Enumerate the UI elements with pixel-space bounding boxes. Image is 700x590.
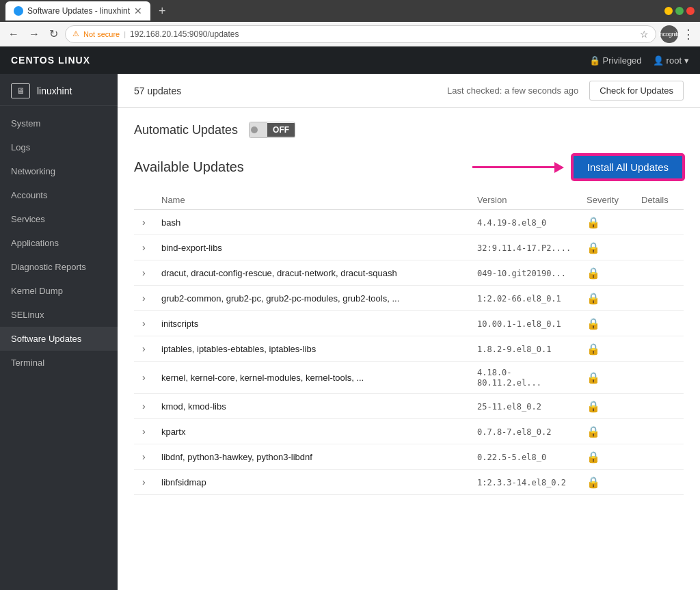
address-bar[interactable]: ⚠ Not secure | 192.168.20.145:9090/updat… bbox=[65, 25, 656, 43]
pkg-version-cell: 4.18.0-80.11.2.el... bbox=[472, 362, 581, 394]
profile-btn[interactable]: Incognito bbox=[660, 25, 678, 43]
pkg-version-cell: 4.4.19-8.el8_0 bbox=[472, 210, 581, 235]
close-btn[interactable] bbox=[686, 7, 695, 15]
pkg-version: 0.22.5-5.el8_0 bbox=[477, 453, 546, 462]
pkg-severity-cell: 🔒 bbox=[581, 286, 636, 311]
severity-icon: 🔒 bbox=[587, 401, 600, 412]
pkg-severity-cell: 🔒 bbox=[581, 235, 636, 260]
app-container: CENTOS LINUX 🔒 Privileged 👤 root ▾ 🖥 lin… bbox=[0, 46, 700, 590]
auto-updates-row: Automatic Updates OFF bbox=[134, 122, 684, 138]
address-bar-row: ← → ↻ ⚠ Not secure | 192.168.20.145:9090… bbox=[0, 22, 700, 46]
pkg-details-cell bbox=[636, 419, 684, 444]
pkg-version: 1:2.02-66.el8_0.1 bbox=[477, 294, 561, 304]
host-icon: 🖥 bbox=[11, 83, 30, 98]
available-updates-title: Available Updates bbox=[134, 159, 244, 175]
pkg-version: 4.4.19-8.el8_0 bbox=[477, 218, 546, 228]
sidebar-item-label: Kernel Dump bbox=[11, 286, 63, 296]
user-menu[interactable]: 👤 root ▾ bbox=[653, 55, 689, 66]
new-tab-icon[interactable]: + bbox=[159, 4, 166, 18]
expand-cell: › bbox=[134, 260, 156, 286]
sidebar-item-diagnostic-reports[interactable]: Diagnostic Reports bbox=[0, 255, 118, 279]
sidebar-item-services[interactable]: Services bbox=[0, 207, 118, 231]
forward-btn[interactable]: → bbox=[26, 27, 42, 42]
tab-title: Software Updates - linuxhint bbox=[27, 6, 130, 16]
expand-btn[interactable]: › bbox=[139, 241, 148, 254]
lock-icon: 🔒 bbox=[589, 55, 600, 66]
severity-icon: 🔒 bbox=[587, 318, 600, 330]
expand-btn[interactable]: › bbox=[139, 450, 148, 464]
expand-btn[interactable]: › bbox=[139, 317, 148, 330]
pkg-version-cell: 049-10.git20190... bbox=[472, 260, 581, 286]
privileged-indicator: 🔒 Privileged bbox=[589, 55, 642, 66]
sidebar-item-label: System bbox=[11, 118, 40, 129]
pkg-version-cell: 0.7.8-7.el8_0.2 bbox=[472, 419, 581, 444]
browser-menu-btn[interactable]: ⋮ bbox=[682, 27, 695, 42]
main-layout: 🖥 linuxhint System Logs Networking Accou… bbox=[0, 74, 700, 590]
pkg-name: initscripts bbox=[161, 319, 198, 329]
pkg-severity-cell: 🔒 bbox=[581, 394, 636, 419]
last-checked-text: Last checked: a few seconds ago bbox=[447, 85, 578, 96]
sidebar-item-kernel-dump[interactable]: Kernel Dump bbox=[0, 279, 118, 303]
sidebar-item-networking[interactable]: Networking bbox=[0, 159, 118, 183]
reload-btn[interactable]: ↻ bbox=[46, 26, 61, 42]
sidebar-item-software-updates[interactable]: Software Updates bbox=[0, 327, 118, 351]
expand-btn[interactable]: › bbox=[139, 291, 148, 305]
table-row: › iptables, iptables-ebtables, iptables-… bbox=[134, 336, 684, 362]
bookmark-icon[interactable]: ☆ bbox=[640, 29, 649, 40]
browser-titlebar: Software Updates - linuxhint ✕ + bbox=[0, 0, 700, 22]
expand-btn[interactable]: › bbox=[139, 475, 148, 489]
expand-btn[interactable]: › bbox=[139, 371, 148, 384]
pkg-version-cell: 0.22.5-5.el8_0 bbox=[472, 444, 581, 470]
sidebar: 🖥 linuxhint System Logs Networking Accou… bbox=[0, 74, 118, 590]
pkg-severity-cell: 🔒 bbox=[581, 260, 636, 286]
privileged-label: Privileged bbox=[603, 55, 642, 66]
sidebar-item-label: Diagnostic Reports bbox=[11, 262, 86, 272]
pkg-version: 4.18.0-80.11.2.el... bbox=[477, 368, 541, 388]
severity-icon: 🔒 bbox=[587, 217, 600, 228]
sidebar-item-logs[interactable]: Logs bbox=[0, 135, 118, 159]
expand-btn[interactable]: › bbox=[139, 342, 148, 356]
pkg-name-cell: libnfsidmap bbox=[156, 470, 472, 495]
table-row: › dracut, dracut-config-rescue, dracut-n… bbox=[134, 260, 684, 286]
address-text: 192.168.20.145:9090/updates bbox=[130, 29, 636, 39]
sidebar-item-terminal[interactable]: Terminal bbox=[0, 351, 118, 375]
pkg-version-cell: 1:2.3.3-14.el8_0.2 bbox=[472, 470, 581, 495]
sidebar-item-label: Accounts bbox=[11, 190, 47, 200]
tab-close-icon[interactable]: ✕ bbox=[134, 5, 142, 16]
pkg-severity-cell: 🔒 bbox=[581, 210, 636, 235]
pkg-details-cell bbox=[636, 362, 684, 394]
browser-tab[interactable]: Software Updates - linuxhint ✕ bbox=[5, 1, 150, 21]
pkg-version: 1:2.3.3-14.el8_0.2 bbox=[477, 478, 566, 487]
sidebar-item-applications[interactable]: Applications bbox=[0, 231, 118, 255]
pkg-severity-cell: 🔒 bbox=[581, 444, 636, 470]
check-updates-button[interactable]: Check for Updates bbox=[589, 81, 684, 100]
pkg-version: 25-11.el8_0.2 bbox=[477, 402, 541, 412]
back-btn[interactable]: ← bbox=[5, 27, 22, 42]
sidebar-item-accounts[interactable]: Accounts bbox=[0, 183, 118, 207]
pkg-name-cell: bind-export-libs bbox=[156, 235, 472, 260]
sidebar-item-label: Software Updates bbox=[11, 334, 81, 344]
pkg-name-cell: iptables, iptables-ebtables, iptables-li… bbox=[156, 336, 472, 362]
minimize-btn[interactable] bbox=[664, 7, 673, 15]
auto-updates-toggle[interactable]: OFF bbox=[249, 122, 295, 138]
severity-icon: 🔒 bbox=[587, 267, 600, 279]
expand-btn[interactable]: › bbox=[139, 399, 148, 413]
pkg-name-cell: kernel, kernel-core, kernel-modules, ker… bbox=[156, 362, 472, 394]
table-row: › bash 4.4.19-8.el8_0 🔒 bbox=[134, 210, 684, 235]
pkg-severity-cell: 🔒 bbox=[581, 470, 636, 495]
sidebar-item-system[interactable]: System bbox=[0, 111, 118, 135]
sidebar-item-selinux[interactable]: SELinux bbox=[0, 303, 118, 327]
expand-btn[interactable]: › bbox=[139, 266, 148, 280]
maximize-btn[interactable] bbox=[675, 7, 684, 15]
expand-btn[interactable]: › bbox=[139, 215, 148, 229]
topbar: CENTOS LINUX 🔒 Privileged 👤 root ▾ bbox=[0, 46, 700, 74]
severity-icon: 🔒 bbox=[587, 451, 600, 463]
sidebar-item-label: SELinux bbox=[11, 310, 44, 320]
expand-btn[interactable]: › bbox=[139, 425, 148, 438]
severity-icon: 🔒 bbox=[587, 426, 600, 438]
table-row: › libnfsidmap 1:2.3.3-14.el8_0.2 🔒 bbox=[134, 470, 684, 495]
pkg-details-cell bbox=[636, 394, 684, 419]
sidebar-item-label: Applications bbox=[11, 238, 59, 248]
table-row: › kpartx 0.7.8-7.el8_0.2 🔒 bbox=[134, 419, 684, 444]
install-all-button[interactable]: Install All Updates bbox=[572, 155, 684, 180]
